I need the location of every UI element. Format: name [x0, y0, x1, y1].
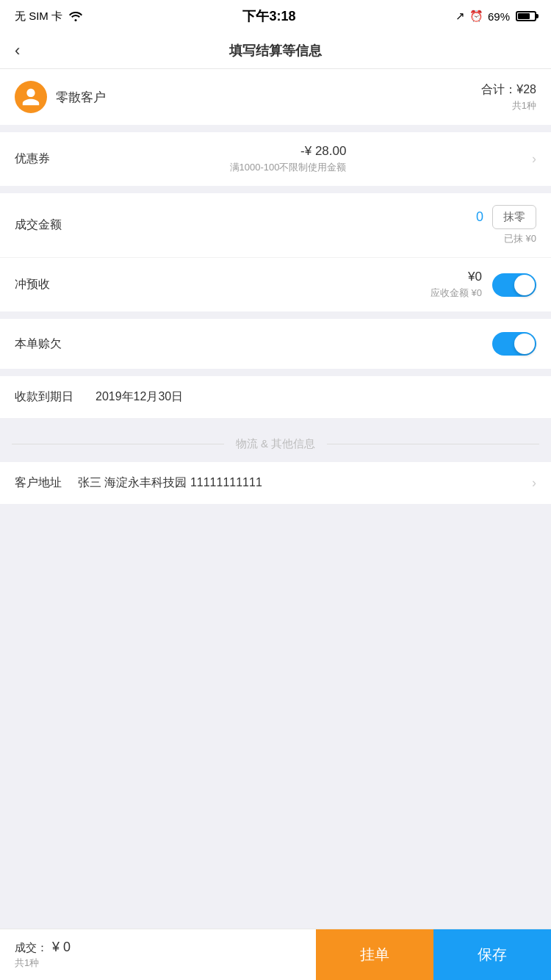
hold-button[interactable]: 挂单 — [316, 929, 433, 981]
already-rounded: 已抹 ¥0 — [504, 232, 536, 245]
deal-amount-top: 0 抹零 — [476, 205, 536, 229]
coupon-section: 优惠券 -¥ 28.00 满1000-100不限制使用金额 › — [0, 132, 551, 186]
prepay-sub-amount: 应收金额 ¥0 — [431, 287, 482, 300]
credit-row: 本单赊欠 — [0, 319, 551, 369]
deal-section: 成交金额 0 抹零 已抹 ¥0 冲预收 ¥0 应收金额 ¥0 — [0, 193, 551, 311]
customer-avatar — [15, 81, 47, 113]
empty-space — [0, 511, 551, 658]
save-button[interactable]: 保存 — [433, 929, 551, 981]
page-title: 填写结算等信息 — [229, 42, 322, 60]
deal-amount-label: 成交金额 — [15, 217, 73, 233]
back-button[interactable]: ‹ — [15, 41, 20, 60]
credit-label: 本单赊欠 — [15, 336, 73, 352]
coupon-row[interactable]: 优惠券 -¥ 28.00 满1000-100不限制使用金额 › — [0, 132, 551, 186]
alarm-icon: ⏰ — [469, 10, 483, 23]
deal-amount-value: 0 — [476, 209, 483, 225]
customer-right: 合计：¥28 共1种 — [481, 82, 536, 112]
logistics-divider: 物流 & 其他信息 — [0, 425, 551, 462]
bottom-trade-label: 成交： — [15, 941, 48, 955]
bottom-bar: 成交： ¥ 0 共1种 挂单 保存 — [0, 929, 551, 980]
coupon-right: -¥ 28.00 满1000-100不限制使用金额 — [230, 144, 347, 174]
sim-label: 无 SIM 卡 — [15, 10, 62, 24]
section-divider-1 — [0, 311, 551, 319]
address-label: 客户地址 — [15, 475, 66, 491]
coupon-description: 满1000-100不限制使用金额 — [230, 161, 347, 174]
address-value: 张三 海淀永丰科技园 11111111111 — [78, 475, 520, 491]
main-content: 零散客户 合计：¥28 共1种 优惠券 -¥ 28.00 满1000-100不限… — [0, 69, 551, 658]
prepay-amounts: ¥0 应收金额 ¥0 — [431, 270, 482, 300]
status-time: 下午3:18 — [242, 7, 295, 25]
prepay-main-amount: ¥0 — [431, 270, 482, 284]
battery-icon — [516, 11, 536, 21]
status-right: ↗ ⏰ 69% — [455, 10, 536, 23]
prepay-row: 冲预收 ¥0 应收金额 ¥0 — [0, 258, 551, 311]
bottom-info: 成交： ¥ 0 共1种 — [0, 940, 316, 970]
wifi-icon — [68, 10, 83, 24]
user-icon — [21, 87, 41, 107]
round-off-button[interactable]: 抹零 — [492, 205, 536, 229]
credit-toggle[interactable] — [492, 332, 536, 356]
nav-bar: ‹ 填写结算等信息 — [0, 32, 551, 69]
battery-percent: 69% — [488, 10, 510, 23]
address-chevron-icon: › — [532, 475, 536, 491]
customer-name: 零散客户 — [56, 89, 106, 106]
coupon-amount: -¥ 28.00 — [230, 144, 347, 159]
bottom-trade-value: ¥ 0 — [52, 940, 71, 955]
bottom-count: 共1种 — [15, 956, 301, 970]
logistics-line-left — [12, 444, 224, 444]
prepay-right: ¥0 应收金额 ¥0 — [431, 270, 536, 300]
coupon-label: 优惠券 — [15, 151, 50, 167]
address-row[interactable]: 客户地址 张三 海淀永丰科技园 11111111111 › — [0, 462, 551, 504]
deal-amount-row: 成交金额 0 抹零 已抹 ¥0 — [0, 193, 551, 258]
due-date-row: 收款到期日 2019年12月30日 — [0, 376, 551, 418]
customer-section: 零散客户 合计：¥28 共1种 — [0, 69, 551, 125]
status-left: 无 SIM 卡 — [15, 10, 83, 24]
logistics-line-right — [327, 444, 539, 444]
credit-section: 本单赊欠 — [0, 319, 551, 369]
credit-toggle-knob — [514, 334, 535, 354]
customer-total: 合计：¥28 — [481, 82, 536, 98]
prepay-toggle-knob — [514, 275, 535, 295]
due-date-value: 2019年12月30日 — [96, 389, 183, 405]
coupon-chevron-icon: › — [532, 151, 536, 167]
status-bar: 无 SIM 卡 下午3:18 ↗ ⏰ 69% — [0, 0, 551, 32]
prepay-label: 冲预收 — [15, 277, 73, 292]
customer-count: 共1种 — [481, 99, 536, 112]
section-divider-2 — [0, 418, 551, 425]
prepay-toggle[interactable] — [492, 273, 536, 297]
logistics-text: 物流 & 其他信息 — [236, 437, 315, 451]
customer-left: 零散客户 — [15, 81, 106, 113]
location-icon: ↗ — [455, 10, 465, 23]
due-date-label: 收款到期日 — [15, 389, 81, 405]
deal-amount-right: 0 抹零 已抹 ¥0 — [476, 205, 536, 245]
bottom-trade-row: 成交： ¥ 0 — [15, 940, 301, 955]
